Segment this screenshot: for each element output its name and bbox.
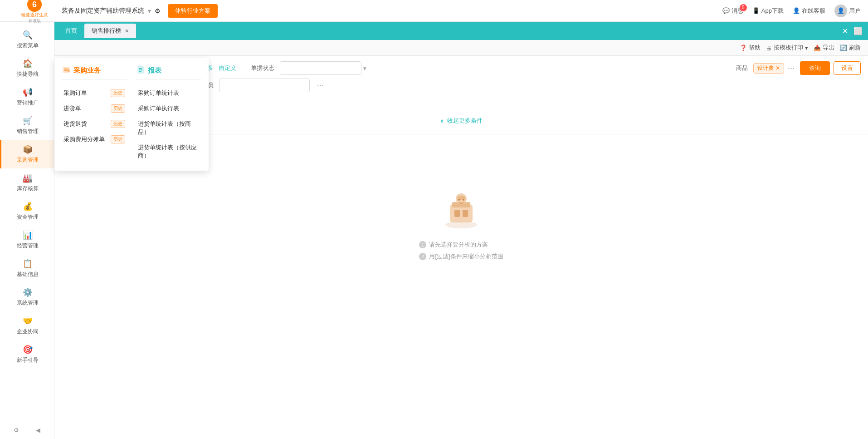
purchase-col-title: 采购业务 xyxy=(73,66,101,75)
filter-actions: 查询 设置 xyxy=(800,61,861,75)
marketing-icon: 📢 xyxy=(23,87,33,97)
system-dropdown-icon[interactable]: ▾ xyxy=(148,7,151,15)
tab-home[interactable]: 首页 xyxy=(58,24,84,38)
basic-info-icon: 📋 xyxy=(23,259,33,269)
refresh-btn[interactable]: 🔄 刷新 xyxy=(840,44,861,52)
receive-stats-goods-label: 进货单统计表（按商品） xyxy=(138,120,200,136)
sidebar-item-search[interactable]: 🔍 搜索菜单 xyxy=(0,25,54,54)
report-col-title: 报表 xyxy=(148,66,161,75)
sidebar: 🔍 搜索菜单 🏠 快捷导航 📢 营销推广 🛒 销售管理 📦 采购管理 🏭 库存核… xyxy=(0,22,54,439)
tab-home-label: 首页 xyxy=(65,27,77,35)
operations-icon: 📊 xyxy=(23,230,33,240)
help-btn[interactable]: ❓ 帮助 xyxy=(740,44,761,52)
app-download-label: App下载 xyxy=(761,7,784,15)
sidebar-item-purchase[interactable]: 📦 采购管理 xyxy=(0,140,54,168)
doc-status-input[interactable] xyxy=(280,61,361,75)
cost-alloc-history: 历史 xyxy=(111,135,125,143)
sidebar-item-guide[interactable]: 🎯 新手引导 xyxy=(0,340,54,369)
menu-item-return[interactable]: 进货退货 历史 xyxy=(62,116,127,132)
menu-item-receive-stats-goods[interactable]: 进货单统计表（按商品） xyxy=(136,116,201,140)
sidebar-item-marketing[interactable]: 📢 营销推广 xyxy=(0,83,54,111)
sidebar-label-search: 搜索菜单 xyxy=(17,42,39,49)
menu-item-purchase-order[interactable]: 采购订单 历史 xyxy=(62,85,127,101)
hint-num-2: 2 xyxy=(419,253,426,260)
refresh-label: 刷新 xyxy=(849,44,861,52)
sidebar-label-inventory: 库存核算 xyxy=(17,185,39,192)
user-label: 用户 xyxy=(849,7,861,15)
search-icon: 🔍 xyxy=(23,30,33,40)
page-content: ❓ 帮助 🖨 按模板打印 ▾ 📤 导出 🔄 刷新 xyxy=(54,40,868,439)
sidebar-item-finance[interactable]: 💰 资金管理 xyxy=(0,197,54,226)
hint-1: 1 请先选择要分析的方案 xyxy=(419,241,503,249)
query-button[interactable]: 查询 xyxy=(800,61,830,75)
service-icon: 👤 xyxy=(793,7,800,14)
dropdown-cols: 采购业务 采购订单 历史 进货单 历史 进货退货 历史 xyxy=(62,65,201,163)
menu-item-cost-alloc[interactable]: 采购费用分摊单 历史 xyxy=(62,132,127,147)
main-layout: 🔍 搜索菜单 🏠 快捷导航 📢 营销推广 🛒 销售管理 📦 采购管理 🏭 库存核… xyxy=(0,22,868,439)
sidebar-item-quick-nav[interactable]: 🏠 快捷导航 xyxy=(0,54,54,83)
sidebar-item-sales[interactable]: 🛒 销售管理 xyxy=(0,111,54,140)
menu-item-order-exec[interactable]: 采购订单执行表 xyxy=(136,101,201,116)
sidebar-label-system: 系统管理 xyxy=(17,299,39,307)
finance-icon: 💰 xyxy=(23,202,33,212)
receive-label: 进货单 xyxy=(63,104,81,113)
sidebar-item-basic-info[interactable]: 📋 基础信息 xyxy=(0,254,54,283)
collapse-sidebar-icon[interactable]: ◀ xyxy=(36,427,40,434)
report-col-header: 报表 xyxy=(136,65,201,80)
doc-status-label: 单据状态 xyxy=(251,64,274,72)
message-item[interactable]: 💬 消息 5 xyxy=(722,7,743,15)
tab-controls: ✕ ⬜ xyxy=(840,25,864,37)
user-item[interactable]: 👤 用户 xyxy=(834,5,861,17)
empty-illustration xyxy=(439,186,484,232)
purchase-col-icon xyxy=(62,65,71,76)
menu-item-order-stats[interactable]: 采购订单统计表 xyxy=(136,85,201,101)
print-dropdown-icon: ▾ xyxy=(805,44,808,51)
tab-sales-ranking[interactable]: 销售排行榜 ✕ xyxy=(84,24,136,38)
sidebar-item-system[interactable]: ⚙️ 系统管理 xyxy=(0,283,54,311)
sidebar-label-operations: 经营管理 xyxy=(17,242,39,250)
report-col: 报表 采购订单统计表 采购订单执行表 进货单统计表（按商品） 进货单统计表（按供 xyxy=(136,65,201,163)
print-template-btn[interactable]: 🖨 按模板打印 ▾ xyxy=(766,44,808,52)
logo-sub: 标准版 xyxy=(29,18,41,24)
collapse-icon: ∧ xyxy=(440,118,444,124)
menu-item-receive[interactable]: 进货单 历史 xyxy=(62,101,127,116)
salesperson-ellipsis[interactable]: ··· xyxy=(317,81,324,90)
sidebar-label-marketing: 营销推广 xyxy=(17,99,39,107)
goods-ellipsis[interactable]: ··· xyxy=(788,64,795,73)
help-icon: ❓ xyxy=(740,44,747,51)
system-title-text: 装备及固定资产辅助管理系统 xyxy=(62,7,144,15)
tab-expand-btn[interactable]: ⬜ xyxy=(852,25,864,37)
help-label: 帮助 xyxy=(749,44,761,52)
settings-bottom-icon[interactable]: ⚙ xyxy=(14,427,19,434)
export-btn[interactable]: 📤 导出 xyxy=(814,44,834,52)
hint-text-2: 用[过滤]条件来缩小分析范围 xyxy=(429,252,503,261)
salesperson-input[interactable] xyxy=(219,79,310,92)
system-icon: ⚙️ xyxy=(23,287,33,297)
doc-status-dropdown[interactable]: ▾ xyxy=(363,65,366,72)
goods-label: 商品 xyxy=(736,64,748,72)
industry-button[interactable]: 体验行业方案 xyxy=(168,4,218,18)
tab-close-icon[interactable]: ✕ xyxy=(125,28,129,34)
online-service-item[interactable]: 👤 在线客服 xyxy=(793,7,825,15)
goods-tag-close[interactable]: ✕ xyxy=(775,65,780,71)
setting-button[interactable]: 设置 xyxy=(834,61,861,75)
sidebar-item-cooperation[interactable]: 🤝 企业协同 xyxy=(0,311,54,340)
tab-close-btn[interactable]: ✕ xyxy=(840,25,850,37)
return-history: 历史 xyxy=(111,120,125,128)
empty-hints: 1 请先选择要分析的方案 2 用[过滤]条件来缩小分析范围 xyxy=(419,241,503,264)
content-area: 首页 销售排行榜 ✕ ✕ ⬜ ❓ 帮助 🖨 xyxy=(54,22,868,439)
logo-area: 6 畅捷通好生意 标准版 xyxy=(7,0,62,24)
sidebar-label-finance: 资金管理 xyxy=(17,213,39,221)
date-custom[interactable]: 自定义 xyxy=(219,64,236,72)
receive-history: 历史 xyxy=(111,104,125,113)
order-stats-label: 采购订单统计表 xyxy=(138,89,179,97)
app-download-item[interactable]: 📱 App下载 xyxy=(752,7,784,15)
settings-icon[interactable]: ⚙ xyxy=(155,7,161,15)
home-icon: 🏠 xyxy=(23,59,33,69)
menu-item-receive-stats-supplier[interactable]: 进货单统计表（按供应商） xyxy=(136,140,201,163)
sidebar-item-operations[interactable]: 📊 经营管理 xyxy=(0,226,54,254)
sidebar-item-inventory[interactable]: 🏭 库存核算 xyxy=(0,168,54,197)
sidebar-label-cooperation: 企业协同 xyxy=(17,328,39,335)
top-header: 6 畅捷通好生意 标准版 装备及固定资产辅助管理系统 ▾ ⚙ 体验行业方案 💬 … xyxy=(0,0,868,22)
sidebar-label-sales: 销售管理 xyxy=(17,128,39,135)
